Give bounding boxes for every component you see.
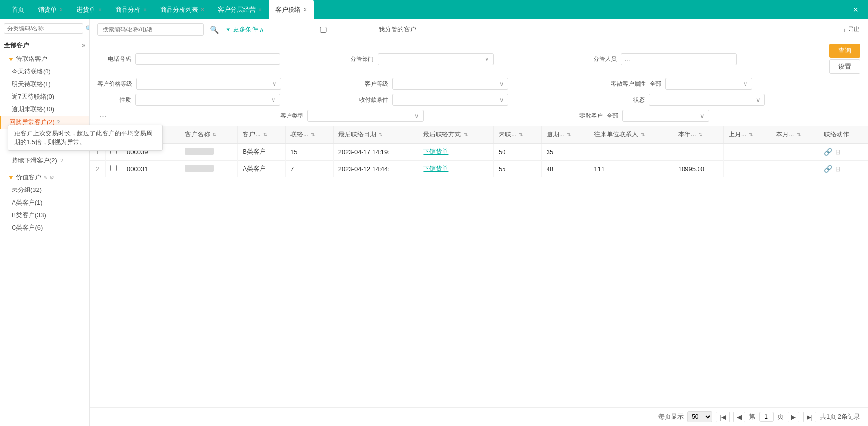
top-navigation: 首页 销货单 × 进货单 × 商品分析 × 商品分析列表 × 客户分层经营 × … bbox=[0, 0, 868, 19]
window-close-button[interactable]: × bbox=[848, 5, 863, 15]
nav-home[interactable]: 首页 bbox=[5, 0, 31, 19]
sort-last-month-icon: ⇅ bbox=[749, 132, 753, 137]
filter-phone-label: 电话号码 bbox=[97, 55, 131, 63]
sidebar-item-overdue[interactable]: 逾期未联络(30) bbox=[0, 103, 89, 116]
search-input[interactable] bbox=[97, 23, 204, 36]
sidebar-group-pending[interactable]: ▼ 待联络客户 bbox=[0, 53, 89, 65]
row-last-method[interactable]: 下销货单 bbox=[418, 143, 494, 161]
row-overdue: 35 bbox=[541, 143, 589, 161]
sort-last-date-icon: ⇅ bbox=[379, 132, 382, 137]
nav-customer-contact[interactable]: 客户联络 × bbox=[269, 0, 314, 19]
sidebar-item-class-c[interactable]: C类客户(6) bbox=[0, 221, 89, 234]
per-page-select[interactable]: 50 20 100 bbox=[687, 411, 712, 422]
filter-phone-input[interactable] bbox=[135, 53, 280, 65]
filter-retail-attr-select[interactable]: ∨ bbox=[665, 78, 752, 90]
action-icon-link[interactable]: 🔗 bbox=[824, 165, 832, 173]
table-col-last-date[interactable]: 最后联络日期 ⇅ bbox=[333, 126, 418, 143]
filter-price-level-select[interactable]: ∨ bbox=[136, 78, 281, 90]
row-last-method[interactable]: 下销货单 bbox=[418, 161, 494, 177]
page-label: 第 bbox=[749, 412, 755, 421]
sidebar-item-declining[interactable]: 持续下滑客户(2) ? bbox=[0, 154, 89, 167]
sidebar-search-icon[interactable]: 🔍 bbox=[85, 25, 90, 32]
table-col-contact-count[interactable]: 联络... ⇅ bbox=[285, 126, 333, 143]
table-col-this-month[interactable]: 本月... ⇅ bbox=[771, 126, 819, 143]
filter-customer-type-select[interactable]: ∨ bbox=[307, 110, 424, 122]
my-customers-check[interactable] bbox=[270, 27, 377, 33]
nav-product-analysis-close[interactable]: × bbox=[143, 6, 147, 13]
filter-nature-select[interactable]: ∨ bbox=[135, 94, 280, 106]
filter-customer-level: 客户等级 ∨ bbox=[354, 78, 604, 90]
search-button[interactable]: 🔍 bbox=[210, 25, 219, 34]
value-group-edit-icon[interactable]: ✎ bbox=[43, 175, 47, 181]
total-pages-label: 共1页 2条记录 bbox=[820, 412, 860, 421]
sidebar-item-class-b[interactable]: B类客户(33) bbox=[0, 209, 89, 221]
row-checkbox-cell[interactable] bbox=[106, 161, 122, 177]
declining-help-icon[interactable]: ? bbox=[60, 158, 63, 163]
sidebar-item-7day-pending[interactable]: 近7天待联络(0) bbox=[0, 90, 89, 103]
export-button[interactable]: ↑ 导出 bbox=[843, 25, 861, 34]
filter-person-select[interactable]: ... bbox=[621, 53, 737, 65]
row-num: 2 bbox=[90, 161, 106, 177]
last-page-button[interactable]: ▶| bbox=[803, 412, 816, 422]
table-col-name[interactable]: 客户名称 ⇅ bbox=[180, 126, 238, 143]
filter-dept: 分管部门 ∨ bbox=[340, 53, 575, 65]
table-col-overdue[interactable]: 逾期... ⇅ bbox=[541, 126, 589, 143]
per-page-label: 每页显示 bbox=[658, 412, 684, 421]
nav-customer-segmentation[interactable]: 客户分层经营 × bbox=[211, 0, 269, 19]
filter-customer-level-label: 客户等级 bbox=[354, 80, 388, 88]
sidebar-item-class-a[interactable]: A类客户(1) bbox=[0, 196, 89, 209]
row-this-month bbox=[771, 143, 819, 161]
my-customers-checkbox[interactable]: 我分管的客户 bbox=[270, 25, 416, 34]
filter-status-select[interactable]: ∨ bbox=[649, 94, 765, 106]
next-page-button[interactable]: ▶ bbox=[788, 412, 799, 422]
row-category: A类客户 bbox=[238, 161, 286, 177]
nav-product-analysis-list[interactable]: 商品分析列表 × bbox=[153, 0, 211, 19]
customer-type-chevron: ∨ bbox=[414, 112, 419, 119]
table-col-last-method[interactable]: 最后联络方式 ⇅ bbox=[418, 126, 494, 143]
value-group-settings-icon[interactable]: ⚙ bbox=[49, 175, 54, 181]
more-conditions-button[interactable]: ▼ 更多条件 ∧ bbox=[225, 25, 264, 34]
action-icon-link[interactable]: 🔗 bbox=[824, 148, 832, 156]
sidebar-arrow-value: ▼ bbox=[8, 174, 14, 181]
sidebar-all-customers[interactable]: 全部客户 » bbox=[0, 38, 89, 53]
prev-page-button[interactable]: ◀ bbox=[733, 412, 745, 422]
row-name bbox=[180, 143, 238, 161]
table-col-category[interactable]: 客户... ⇅ bbox=[238, 126, 286, 143]
first-page-button[interactable]: |◀ bbox=[716, 412, 729, 422]
table-col-contact-person[interactable]: 往来单位联系人 ⇅ bbox=[589, 126, 673, 143]
page-input[interactable] bbox=[759, 412, 774, 422]
query-button[interactable]: 查询 bbox=[829, 44, 860, 58]
nav-customer-contact-close[interactable]: × bbox=[304, 6, 307, 13]
action-icon-grid[interactable]: ⊞ bbox=[835, 148, 841, 156]
sidebar-item-tomorrow-pending[interactable]: 明天待联络(1) bbox=[0, 78, 89, 90]
table-col-uncontacted[interactable]: 未联... ⇅ bbox=[493, 126, 541, 143]
action-icon-grid[interactable]: ⊞ bbox=[835, 165, 841, 173]
filter-dept-select[interactable]: ∨ bbox=[378, 53, 494, 65]
nav-purchase-order-close[interactable]: × bbox=[98, 6, 102, 13]
sidebar-search-input[interactable] bbox=[4, 23, 83, 34]
sidebar-item-today-pending[interactable]: 今天待联络(0) bbox=[0, 65, 89, 78]
nav-product-analysis[interactable]: 商品分析 × bbox=[108, 0, 153, 19]
row-checkbox[interactable] bbox=[110, 165, 117, 171]
settings-button[interactable]: 设置 bbox=[829, 59, 860, 74]
filter-row-2: 客户价格等级 ∨ 客户等级 ∨ 零散客户属性 全部 bbox=[97, 78, 860, 90]
filter-retail-customer: 零散客户 全部 ∨ bbox=[569, 110, 860, 122]
nav-product-analysis-list-close[interactable]: × bbox=[201, 6, 204, 13]
nav-sales-order[interactable]: 销货单 × bbox=[31, 0, 70, 19]
sidebar-value-group[interactable]: ▼ 价值客户 ✎ ⚙ bbox=[0, 171, 89, 184]
filter-customer-level-select[interactable]: ∨ bbox=[392, 78, 508, 90]
nav-sales-order-close[interactable]: × bbox=[60, 6, 63, 13]
filter-row-4: ··· 客户类型 ∨ 零散客户 全部 ∨ bbox=[97, 110, 860, 122]
table-col-last-month[interactable]: 上月... ⇅ bbox=[723, 126, 771, 143]
nav-customer-segmentation-close[interactable]: × bbox=[259, 6, 262, 13]
filter-payment-terms-select[interactable]: ∨ bbox=[392, 94, 508, 106]
row-name bbox=[180, 161, 238, 177]
filter-retail-attr-inline: 全部 bbox=[650, 80, 661, 88]
table-body: 1 000039 B类客户 15 2023-04-17 14:19: 下销货单 … bbox=[90, 143, 868, 177]
payment-terms-chevron: ∨ bbox=[499, 96, 504, 103]
dots-button[interactable]: ··· bbox=[97, 111, 108, 121]
nav-purchase-order[interactable]: 进货单 × bbox=[70, 0, 108, 19]
filter-retail-customer-select[interactable]: ∨ bbox=[622, 110, 709, 122]
table-col-this-year[interactable]: 本年... ⇅ bbox=[673, 126, 723, 143]
sidebar-item-ungrouped[interactable]: 未分组(32) bbox=[0, 184, 89, 196]
